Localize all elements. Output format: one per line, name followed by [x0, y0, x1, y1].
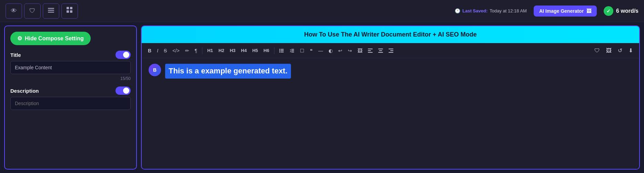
download-btn[interactable]: ⬇: [626, 46, 635, 55]
svg-rect-3: [67, 7, 69, 9]
divider-1: [202, 47, 202, 54]
generated-text[interactable]: This is a example generated text.: [165, 64, 291, 79]
eye-icon: 👁: [11, 7, 17, 14]
title-label-row: Title: [10, 51, 131, 59]
last-saved: 🕐 Last Saved: Today at 12:18 AM: [455, 8, 527, 13]
svg-point-11: [279, 51, 280, 52]
svg-rect-16: [291, 52, 294, 52]
shield-editor-btn[interactable]: 🛡: [592, 46, 602, 55]
svg-rect-20: [378, 49, 383, 49]
shield-icon: 🛡: [29, 7, 36, 14]
right-editor: How To Use The AI Writer Document Editor…: [141, 26, 640, 170]
ordered-list-btn[interactable]: 1.: [288, 47, 296, 54]
settings-icon: ⚙: [17, 35, 22, 42]
clock-icon: 🕐: [455, 8, 460, 13]
pen-btn[interactable]: ✏: [183, 47, 191, 55]
svg-rect-17: [368, 49, 373, 49]
main-content: ⚙ Hide Compose Setting Title 15/50 Descr…: [0, 22, 644, 173]
h4-btn[interactable]: H4: [239, 47, 249, 54]
blockquote-btn[interactable]: ❝: [308, 47, 315, 55]
svg-rect-15: [291, 50, 294, 51]
description-input[interactable]: [10, 97, 131, 110]
bold-btn[interactable]: B: [146, 47, 153, 55]
svg-rect-5: [67, 10, 69, 13]
last-saved-value: Today at 12:18 AM: [490, 8, 527, 13]
svg-rect-18: [368, 50, 371, 51]
top-bar-right: 🕐 Last Saved: Today at 12:18 AM AI Image…: [455, 6, 638, 17]
code-btn[interactable]: </>: [170, 47, 181, 55]
h2-btn[interactable]: H2: [217, 47, 227, 54]
svg-rect-2: [48, 12, 54, 13]
grid-icon: [67, 7, 73, 15]
gallery-btn[interactable]: 🖼: [604, 46, 614, 55]
svg-rect-8: [281, 49, 284, 50]
title-toggle[interactable]: [115, 51, 131, 59]
last-saved-label: Last Saved:: [462, 8, 487, 13]
svg-rect-25: [389, 52, 393, 53]
eye-icon-btn[interactable]: 👁: [6, 3, 22, 19]
hide-compose-button[interactable]: ⚙ Hide Compose Setting: [10, 32, 91, 45]
strikethrough-btn[interactable]: S: [162, 47, 169, 55]
svg-rect-22: [378, 52, 383, 53]
align-center-btn[interactable]: [376, 47, 385, 54]
highlight-btn[interactable]: ◐: [326, 47, 335, 55]
align-right-btn[interactable]: [386, 47, 395, 54]
list-icon-btn[interactable]: [43, 3, 59, 19]
top-bar: 👁 🛡: [0, 0, 644, 22]
redo-btn[interactable]: ↪: [346, 47, 354, 55]
h1-btn[interactable]: H1: [205, 47, 215, 54]
svg-rect-23: [389, 49, 393, 49]
bullet-list-btn[interactable]: [277, 47, 286, 54]
h3-btn[interactable]: H3: [228, 47, 238, 54]
doc-title-bar: How To Use The AI Writer Document Editor…: [142, 26, 639, 43]
image-insert-btn[interactable]: 🖼: [355, 47, 364, 55]
svg-rect-6: [70, 10, 72, 13]
editor-area: B I S </> ✏ ¶ H1 H2 H3 H4 H5 H6 1.: [142, 43, 639, 169]
hr-btn[interactable]: —: [316, 47, 325, 55]
hide-compose-label: Hide Compose Setting: [25, 35, 84, 42]
description-toggle[interactable]: [115, 86, 131, 95]
doc-title: How To Use The AI Writer Document Editor…: [304, 31, 477, 38]
title-label: Title: [10, 52, 21, 58]
toolbar-icon-group: 👁 🛡: [6, 3, 78, 19]
editor-content: B This is a example generated text.: [142, 58, 639, 169]
image-icon: 🖼: [586, 8, 591, 14]
editor-toolbar-right: 🛡 🖼 ↺ ⬇: [592, 46, 635, 55]
left-panel: ⚙ Hide Compose Setting Title 15/50 Descr…: [4, 26, 137, 170]
svg-rect-21: [379, 50, 382, 51]
list-icon: [48, 7, 54, 14]
ai-image-label: AI Image Generator: [539, 8, 584, 14]
undo-btn[interactable]: ↩: [336, 47, 344, 55]
svg-point-7: [279, 49, 280, 50]
svg-point-9: [279, 50, 280, 51]
svg-rect-19: [368, 52, 373, 53]
check-icon: ✓: [604, 6, 613, 16]
word-speed-value: 6 word/s: [616, 8, 638, 14]
title-char-count: 15/50: [10, 76, 131, 81]
editor-toolbar: B I S </> ✏ ¶ H1 H2 H3 H4 H5 H6 1.: [142, 43, 639, 58]
avatar-letter: B: [153, 67, 157, 73]
block-btn[interactable]: ☐: [298, 47, 306, 55]
avatar: B: [149, 64, 161, 76]
title-field-row: Title 15/50: [10, 51, 131, 81]
align-left-btn[interactable]: [366, 47, 375, 54]
svg-rect-1: [48, 10, 54, 11]
h5-btn[interactable]: H5: [250, 47, 260, 54]
italic-btn[interactable]: I: [155, 47, 160, 55]
svg-rect-24: [390, 50, 393, 51]
svg-rect-12: [281, 52, 284, 52]
description-label: Description: [10, 88, 39, 94]
svg-rect-0: [48, 8, 54, 9]
svg-rect-10: [281, 50, 284, 51]
paragraph-btn[interactable]: ¶: [193, 47, 200, 55]
description-label-row: Description: [10, 86, 131, 95]
description-field-row: Description: [10, 86, 131, 110]
grid-icon-btn[interactable]: [61, 3, 78, 19]
h6-btn[interactable]: H6: [261, 47, 271, 54]
history-btn[interactable]: ↺: [616, 46, 624, 55]
title-input[interactable]: [10, 61, 131, 74]
svg-rect-14: [291, 49, 294, 50]
word-speed-indicator: ✓ 6 word/s: [604, 6, 638, 16]
shield-icon-btn[interactable]: 🛡: [24, 3, 41, 19]
ai-image-generator-button[interactable]: AI Image Generator 🖼: [534, 6, 597, 17]
